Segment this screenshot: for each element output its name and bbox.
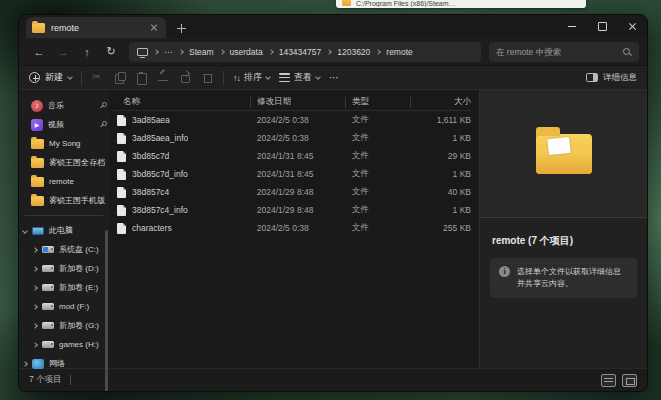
chevron-right-icon	[219, 49, 225, 55]
drive-icon	[42, 341, 54, 348]
column-divider[interactable]	[410, 97, 411, 108]
sidebar-item-music[interactable]: ♪ 音乐	[19, 96, 109, 115]
search-box[interactable]	[489, 42, 639, 62]
minimize-button[interactable]	[557, 15, 587, 38]
more-options-button[interactable]: ⋯	[329, 72, 340, 83]
this-pc-icon	[32, 227, 44, 235]
chevron-right-icon[interactable]	[32, 304, 38, 310]
column-header-type[interactable]: 类型	[352, 96, 404, 108]
column-header-name[interactable]: 名称	[113, 96, 244, 108]
preview-title: remote (7 个项目)	[480, 218, 647, 258]
copy-icon[interactable]	[113, 71, 126, 84]
large-icons-view-button[interactable]	[622, 374, 637, 387]
column-headers: 名称 修改日期 类型 大小	[113, 94, 471, 111]
folder-icon	[536, 134, 592, 174]
tooltip-path: C:/Program Files (x86)/Steam…	[356, 0, 456, 7]
drive-icon	[42, 284, 54, 291]
folder-icon	[31, 177, 44, 187]
breadcrumb-item-steam[interactable]: Steam	[189, 47, 214, 57]
file-row[interactable]: 38d857c4_info 2024/1/29 8:48 文件 1 KB	[113, 201, 471, 219]
chevron-right-icon	[153, 49, 159, 55]
breadcrumb[interactable]: ⋯ Steam userdata 143434757 1203620 remot…	[129, 42, 481, 62]
sidebar-item-my-song[interactable]: My Song	[19, 134, 109, 153]
file-icon	[117, 115, 126, 126]
refresh-button[interactable]: ↻	[101, 42, 121, 62]
sidebar-item-videos[interactable]: ▶ 视频	[19, 115, 109, 134]
file-row[interactable]: 3ad85aea_info 2024/2/5 0:38 文件 1 KB	[113, 129, 471, 147]
sort-label: 排序	[244, 71, 262, 84]
chevron-right-icon[interactable]	[32, 342, 38, 348]
chevron-right-icon[interactable]	[32, 323, 38, 329]
rename-icon[interactable]	[157, 71, 170, 84]
folder-icon	[31, 139, 44, 149]
preview-thumbnail	[480, 90, 647, 218]
breadcrumb-item-userdata[interactable]: userdata	[230, 47, 263, 57]
path-tooltip: C:/Program Files (x86)/Steam…	[336, 0, 586, 8]
search-input[interactable]	[496, 47, 617, 57]
sidebar-item-drive-h[interactable]: games (H:)	[19, 335, 109, 354]
divider	[223, 71, 224, 85]
breadcrumb-item-appid[interactable]: 1203620	[337, 47, 370, 57]
view-label: 查看	[294, 71, 312, 84]
file-row[interactable]: 3ad85aea 2024/2/5 0:38 文件 1,611 KB	[113, 111, 471, 129]
file-row[interactable]: characters 2024/2/5 0:38 文件 255 KB	[113, 219, 471, 237]
maximize-button[interactable]	[587, 15, 617, 38]
breadcrumb-overflow[interactable]: ⋯	[164, 47, 173, 57]
sidebar-item-game-save[interactable]: 雾锁王国全存档	[19, 153, 109, 172]
sidebar-item-game-mobile[interactable]: 雾锁王国手机版	[19, 191, 109, 210]
file-row[interactable]: 3bd85c7d 2024/1/31 8:45 文件 29 KB	[113, 147, 471, 165]
address-bar: ← → ↑ ↻ ⋯ Steam userdata 143434757 12036…	[19, 38, 647, 65]
sidebar-item-drive-f[interactable]: mod (F:)	[19, 297, 109, 316]
sidebar-item-drive-g[interactable]: 新加卷 (G:)	[19, 316, 109, 335]
delete-icon[interactable]	[201, 71, 214, 84]
sidebar-item-remote[interactable]: remote	[19, 172, 109, 191]
folder-icon	[342, 0, 351, 6]
sidebar-item-drive-c[interactable]: 系统盘 (C:)	[19, 240, 109, 259]
chevron-right-icon[interactable]	[22, 361, 28, 367]
tab-remote[interactable]: remote	[26, 17, 166, 38]
drive-icon	[42, 322, 54, 329]
divider	[70, 375, 71, 385]
chevron-down-icon	[265, 74, 271, 80]
tab-close-icon[interactable]	[148, 22, 160, 34]
breadcrumb-item-remote[interactable]: remote	[386, 47, 412, 57]
column-divider[interactable]	[345, 97, 346, 108]
divider	[81, 71, 82, 85]
sidebar-item-drive-e[interactable]: 新加卷 (E:)	[19, 278, 109, 297]
sidebar-item-drive-d[interactable]: 新加卷 (D:)	[19, 259, 109, 278]
new-button[interactable]: 新建	[29, 71, 72, 84]
paste-icon[interactable]	[135, 71, 148, 84]
close-button[interactable]	[617, 15, 647, 38]
column-header-size[interactable]: 大小	[417, 96, 471, 108]
details-toggle-button[interactable]: 详细信息	[586, 72, 637, 84]
up-button[interactable]: ↑	[77, 42, 97, 62]
details-view-button[interactable]	[601, 374, 616, 387]
file-row[interactable]: 3bd85c7d_info 2024/1/31 8:45 文件 1 KB	[113, 165, 471, 183]
forward-button[interactable]: →	[53, 42, 73, 62]
chevron-right-icon[interactable]	[32, 285, 38, 291]
sidebar-item-network[interactable]: 网络	[19, 354, 109, 373]
chevron-down-icon[interactable]	[22, 228, 28, 234]
new-tab-button[interactable]	[174, 20, 190, 36]
sidebar-item-this-pc[interactable]: 此电脑	[19, 221, 109, 240]
breadcrumb-item-userid[interactable]: 143434757	[279, 47, 322, 57]
cut-icon[interactable]	[91, 71, 104, 84]
sidebar-scrollbar[interactable]	[105, 230, 108, 392]
column-divider[interactable]	[250, 97, 251, 108]
music-icon: ♪	[31, 100, 43, 112]
drive-icon	[42, 303, 54, 310]
chevron-right-icon[interactable]	[32, 266, 38, 272]
item-count: 7 个项目	[29, 374, 62, 386]
chevron-right-icon[interactable]	[32, 247, 38, 253]
back-button[interactable]: ←	[29, 42, 49, 62]
system-drive-icon	[42, 246, 54, 253]
navigation-pane: ♪ 音乐 ▶ 视频 My Song 雾锁王国全存档 remote	[19, 90, 109, 368]
sort-button[interactable]: ↑↓ 排序	[233, 71, 270, 84]
file-row[interactable]: 38d857c4 2024/1/29 8:48 文件 40 KB	[113, 183, 471, 201]
share-icon[interactable]	[179, 71, 192, 84]
info-icon: i	[499, 266, 510, 277]
view-button[interactable]: 查看	[279, 71, 320, 84]
search-icon	[622, 47, 632, 57]
column-header-date[interactable]: 修改日期	[257, 96, 339, 108]
chevron-right-icon	[375, 49, 381, 55]
